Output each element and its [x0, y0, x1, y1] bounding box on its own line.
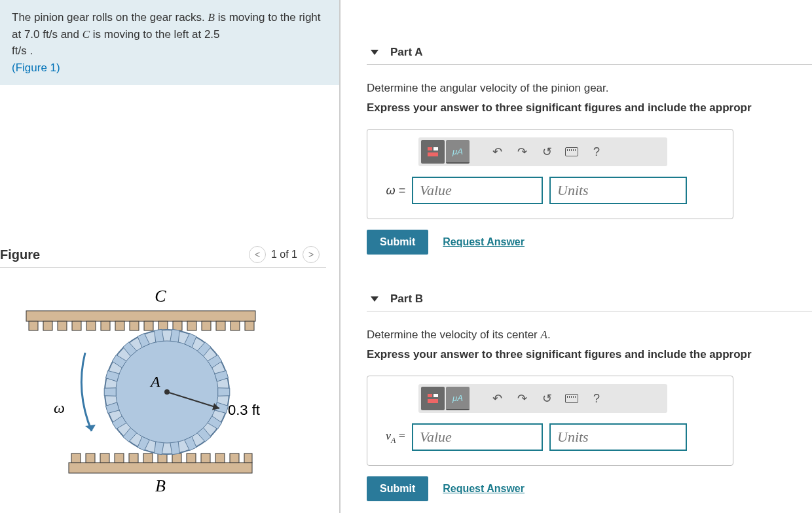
part-b-header[interactable]: Part B [367, 287, 812, 311]
svg-marker-51 [170, 329, 179, 342]
gear-diagram: C B [20, 287, 301, 497]
svg-rect-65 [428, 399, 438, 403]
svg-rect-16 [245, 321, 254, 330]
part-a-submit-button[interactable]: Submit [367, 230, 428, 255]
part-a-request-answer[interactable]: Request Answer [443, 236, 525, 248]
svg-rect-6 [101, 321, 110, 330]
part-b-section: Part B Determine the velocity of its cen… [367, 287, 812, 501]
redo-icon[interactable]: ↷ [510, 387, 534, 410]
problem-text: . [27, 44, 33, 57]
part-a-instruction: Express your answer to three significant… [367, 101, 812, 115]
svg-rect-27 [201, 453, 210, 463]
part-a-header[interactable]: Part A [367, 41, 812, 65]
var-B: B [208, 11, 215, 24]
svg-rect-60 [428, 147, 432, 150]
svg-rect-18 [71, 453, 81, 463]
svg-rect-7 [115, 321, 124, 330]
svg-rect-14 [216, 321, 225, 330]
figure-count: 1 of 1 [271, 249, 297, 260]
label-b: B [155, 476, 166, 495]
svg-rect-21 [115, 453, 124, 463]
label-c: C [155, 287, 166, 306]
svg-rect-25 [172, 453, 181, 463]
reset-icon[interactable]: ↺ [535, 140, 559, 164]
part-a-value-input[interactable] [412, 177, 543, 204]
part-b-question: Determine the velocity of its center A. [367, 328, 812, 342]
figure-image: C B [0, 287, 339, 499]
problem-text: The pinion gear rolls on the gear racks. [12, 11, 208, 24]
part-a-units-input[interactable] [549, 177, 687, 204]
svg-rect-12 [187, 321, 196, 330]
var-C: C [83, 28, 90, 41]
problem-text: is moving to the left at 2.5 [90, 28, 219, 41]
svg-rect-23 [143, 453, 153, 463]
part-b-title: Part B [390, 292, 423, 306]
svg-rect-4 [72, 321, 81, 330]
symbols-icon[interactable]: μA [446, 140, 470, 164]
part-a-section: Part A Determine the angular velocity of… [367, 41, 812, 255]
part-a-variable: ω = [379, 184, 405, 198]
undo-icon[interactable]: ↶ [485, 140, 509, 164]
svg-rect-13 [202, 321, 211, 330]
left-panel: The pinion gear rolls on the gear racks.… [0, 0, 341, 513]
figure-next-button[interactable]: > [303, 246, 320, 263]
problem-statement: The pinion gear rolls on the gear racks.… [0, 0, 339, 85]
undo-icon[interactable]: ↶ [485, 387, 509, 410]
svg-rect-17 [69, 463, 252, 473]
figure-link[interactable]: (Figure 1) [12, 62, 60, 74]
svg-rect-9 [144, 321, 153, 330]
part-b-request-answer[interactable]: Request Answer [443, 483, 525, 495]
svg-rect-22 [129, 453, 138, 463]
svg-rect-1 [29, 321, 38, 330]
unit: ft/s [43, 28, 58, 41]
svg-marker-50 [155, 329, 164, 342]
svg-rect-8 [130, 321, 139, 330]
rack-c [26, 311, 255, 330]
svg-marker-40 [155, 442, 164, 455]
svg-rect-19 [86, 453, 95, 463]
figure-nav: < 1 of 1 > [249, 246, 320, 263]
svg-rect-61 [434, 147, 438, 150]
caret-down-icon [371, 50, 378, 55]
problem-text: and [58, 28, 83, 41]
help-icon[interactable]: ? [585, 140, 608, 164]
template-icon[interactable] [421, 387, 445, 410]
label-omega: ω [54, 399, 65, 416]
svg-rect-24 [158, 453, 167, 463]
keyboard-icon[interactable] [560, 140, 583, 164]
svg-marker-39 [170, 442, 179, 455]
radius-label: 0.3 ft [228, 402, 260, 418]
svg-rect-15 [231, 321, 240, 330]
template-icon[interactable] [421, 140, 445, 164]
right-panel: Part A Determine the angular velocity of… [341, 0, 812, 513]
svg-rect-62 [428, 152, 438, 156]
figure-prev-button[interactable]: < [249, 246, 266, 263]
redo-icon[interactable]: ↷ [510, 140, 534, 164]
part-b-units-input[interactable] [549, 423, 687, 451]
keyboard-icon[interactable] [560, 387, 583, 410]
label-a: A [149, 373, 160, 390]
svg-rect-0 [26, 311, 255, 321]
reset-icon[interactable]: ↺ [535, 387, 559, 410]
svg-rect-11 [173, 321, 182, 330]
part-b-variable: vA = [379, 429, 405, 446]
part-b-value-input[interactable] [412, 423, 543, 451]
svg-rect-30 [244, 453, 252, 463]
svg-rect-29 [230, 453, 239, 463]
svg-rect-63 [428, 394, 432, 397]
caret-down-icon [371, 296, 378, 302]
unit: ft/s [12, 44, 27, 57]
svg-rect-64 [434, 394, 438, 397]
svg-rect-3 [58, 321, 67, 330]
svg-rect-2 [43, 321, 52, 330]
part-b-submit-button[interactable]: Submit [367, 476, 428, 501]
help-icon[interactable]: ? [585, 387, 608, 410]
part-b-instruction: Express your answer to three significant… [367, 348, 812, 361]
part-b-answer-box: μA ↶ ↷ ↺ ? vA = [367, 376, 733, 466]
svg-rect-28 [215, 453, 225, 463]
part-a-toolbar: μA ↶ ↷ ↺ ? [418, 137, 667, 166]
part-a-title: Part A [390, 46, 422, 59]
svg-marker-45 [104, 388, 116, 396]
symbols-icon[interactable]: μA [446, 387, 470, 410]
part-a-question: Determine the angular velocity of the pi… [367, 82, 812, 95]
